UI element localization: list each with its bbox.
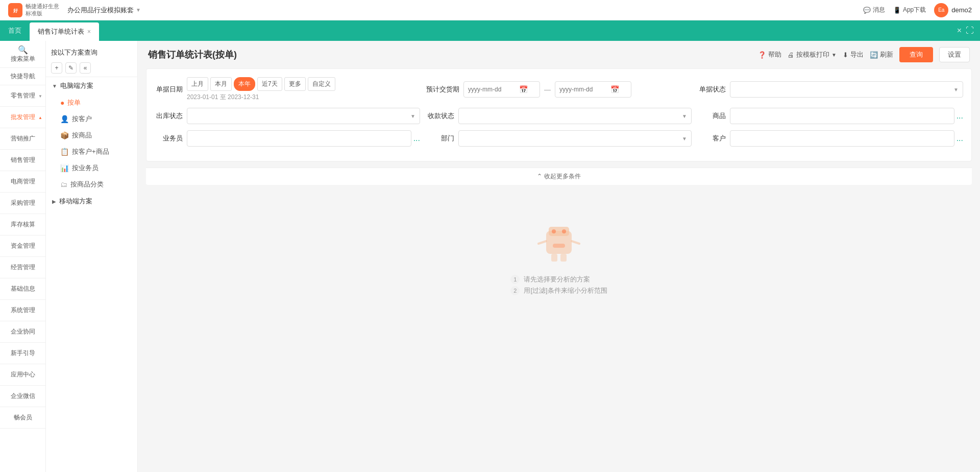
- left-panel: 按以下方案查询 + ✎ « ▼ 电脑端方案 ●: [46, 41, 138, 472]
- date-btn-custom[interactable]: 自定义: [308, 77, 335, 91]
- sidebar-item-corp-collab[interactable]: 企业协同: [0, 321, 45, 343]
- user-profile[interactable]: Ea demo2: [934, 3, 972, 17]
- by-goods-category-icon: 🗂: [60, 180, 67, 188]
- section-expand-icon: ▼: [52, 83, 57, 89]
- app-selector[interactable]: 办公用品行业模拟账套 ▼: [63, 4, 145, 17]
- date-btn-7days[interactable]: 近7天: [257, 77, 282, 91]
- panel-item-by-goods[interactable]: 📦 按商品: [46, 127, 137, 144]
- goods-label: 商品: [698, 111, 726, 121]
- sidebar-item-retail[interactable]: 零售管理: [0, 85, 45, 107]
- sidebar-item-marketing[interactable]: 营销推广: [0, 128, 45, 150]
- customer-label: 客户: [698, 134, 726, 143]
- customer-more-icon[interactable]: ...: [957, 134, 963, 143]
- filter-dept-field: 部门 ▼: [426, 130, 692, 147]
- date-btn-this-year[interactable]: 本年: [234, 77, 255, 91]
- refresh-icon: 🔄: [870, 51, 878, 59]
- help-icon: ❓: [758, 51, 766, 59]
- export-button[interactable]: ⬇ 导出: [843, 50, 864, 59]
- by-customer-goods-icon: 📋: [60, 148, 69, 156]
- sidebar-item-app-center[interactable]: 应用中心: [0, 364, 45, 386]
- message-icon: 💬: [863, 7, 871, 14]
- goods-more-icon[interactable]: ...: [957, 111, 963, 121]
- filter-area: 单据日期 上月 本月 本年 近7天 更多 自定义 2023-01-01 至 20…: [146, 68, 972, 161]
- help-button[interactable]: ❓ 帮助: [758, 50, 781, 59]
- window-close-button[interactable]: ×: [957, 26, 962, 35]
- sidebar: 🔍 搜索菜单 快捷导航 零售管理 批发管理 营销推广 销售管理 电商管理 采购管…: [0, 41, 46, 472]
- expected-date-end-input[interactable]: [559, 86, 610, 93]
- tab-close-icon[interactable]: ×: [87, 28, 91, 35]
- panel-section-pc-title[interactable]: ▼ 电脑端方案: [46, 77, 137, 95]
- date-btn-this-month[interactable]: 本月: [210, 77, 232, 91]
- sidebar-item-member[interactable]: 畅会员: [0, 407, 45, 429]
- sidebar-item-wholesale[interactable]: 批发管理: [0, 107, 45, 128]
- by-customer-icon: 👤: [60, 115, 69, 123]
- by-goods-icon: 📦: [60, 131, 69, 139]
- date-btn-last-month[interactable]: 上月: [187, 77, 208, 91]
- panel-item-by-customer-goods[interactable]: 📋 按客户+商品: [46, 144, 137, 160]
- sidebar-item-quicknav[interactable]: 快捷导航: [0, 68, 45, 85]
- top-bar-right: 💬 消息 📱 App下载 Ea demo2: [863, 3, 972, 17]
- dept-select[interactable]: ▼: [458, 130, 692, 147]
- goods-select[interactable]: [730, 108, 954, 124]
- panel-item-by-order[interactable]: ● 按单: [46, 95, 137, 111]
- panel-title: 按以下方案查询: [46, 45, 137, 59]
- empty-icon: [533, 216, 584, 267]
- tab-home[interactable]: 首页: [0, 20, 30, 41]
- panel-item-by-customer[interactable]: 👤 按客户: [46, 111, 137, 127]
- date-btn-more[interactable]: 更多: [284, 77, 306, 91]
- svg-line-7: [538, 241, 546, 244]
- status-select[interactable]: ▼: [730, 81, 963, 98]
- sidebar-item-search[interactable]: 🔍 搜索菜单: [0, 41, 45, 68]
- customer-select[interactable]: [730, 130, 954, 147]
- sidebar-item-newbie[interactable]: 新手引导: [0, 343, 45, 364]
- out-status-arrow-icon: ▼: [410, 113, 415, 119]
- print-button[interactable]: 🖨 按模板打印 ▼: [788, 50, 837, 59]
- mobile-section-expand-icon: ▶: [52, 199, 56, 204]
- export-icon: ⬇: [843, 51, 848, 59]
- logo-text: 畅捷通好生意 标准版: [26, 3, 59, 16]
- filter-date-field: 单据日期 上月 本月 本年 近7天 更多 自定义 2023-01-01 至 20…: [155, 77, 420, 102]
- salesman-more-icon[interactable]: ...: [413, 134, 420, 143]
- panel-edit-button[interactable]: ✎: [65, 62, 77, 74]
- panel-item-by-salesman[interactable]: 📊 按业务员: [46, 160, 137, 176]
- setting-button[interactable]: 设置: [939, 47, 970, 62]
- svg-rect-9: [551, 254, 557, 262]
- sidebar-item-ecommerce[interactable]: 电商管理: [0, 171, 45, 193]
- calendar-end-icon[interactable]: 📅: [610, 85, 619, 93]
- filter-row-3: 业务员 ... 部门 ▼: [155, 130, 963, 147]
- app-download-icon: 📱: [893, 7, 901, 14]
- sidebar-item-operation[interactable]: 经营管理: [0, 257, 45, 278]
- tab-active[interactable]: 销售订单统计表 ×: [30, 22, 99, 41]
- panel-add-button[interactable]: +: [51, 62, 62, 74]
- empty-hints: 1 请先选择要分析的方案 2 用[过滤]条件来缩小分析范围: [510, 275, 607, 297]
- expected-date-start-wrap: 📅: [463, 81, 540, 98]
- refresh-button[interactable]: 🔄 刷新: [870, 50, 893, 59]
- out-status-select[interactable]: ▼: [187, 108, 420, 124]
- collapse-button[interactable]: ⌃ 收起更多条件: [146, 168, 972, 185]
- sidebar-item-inventory[interactable]: 库存核算: [0, 214, 45, 235]
- panel-item-by-goods-category[interactable]: 🗂 按商品分类: [46, 176, 137, 193]
- calendar-start-icon[interactable]: 📅: [519, 85, 528, 93]
- app-download-button[interactable]: 📱 App下载: [893, 6, 926, 14]
- expected-date-label: 预计交货期: [426, 85, 459, 94]
- user-name: demo2: [951, 6, 972, 14]
- sidebar-item-sales[interactable]: 销售管理: [0, 150, 45, 171]
- message-button[interactable]: 💬 消息: [863, 6, 885, 14]
- sidebar-item-wechat[interactable]: 企业微信: [0, 386, 45, 407]
- page-actions: ❓ 帮助 🖨 按模板打印 ▼ ⬇ 导出 🔄 刷新: [758, 47, 970, 62]
- page-title: 销售订单统计表(按单): [148, 49, 237, 61]
- empty-hint-2: 2 用[过滤]条件来缩小分析范围: [510, 286, 607, 295]
- panel-collapse-button[interactable]: «: [80, 62, 91, 74]
- sidebar-item-system[interactable]: 系统管理: [0, 300, 45, 321]
- expected-date-start-input[interactable]: [468, 86, 519, 93]
- tab-bar: 首页 销售订单统计表 × × ⛶: [0, 20, 980, 41]
- sidebar-item-purchase[interactable]: 采购管理: [0, 193, 45, 214]
- status-arrow-icon: ▼: [953, 87, 959, 92]
- salesman-select[interactable]: [187, 130, 411, 147]
- sidebar-item-basic[interactable]: 基础信息: [0, 278, 45, 300]
- payment-status-select[interactable]: ▼: [458, 108, 692, 124]
- sidebar-item-finance[interactable]: 资金管理: [0, 235, 45, 257]
- window-maximize-button[interactable]: ⛶: [966, 26, 974, 35]
- query-button[interactable]: 查询: [899, 47, 933, 62]
- panel-section-mobile-title[interactable]: ▶ 移动端方案: [46, 193, 137, 210]
